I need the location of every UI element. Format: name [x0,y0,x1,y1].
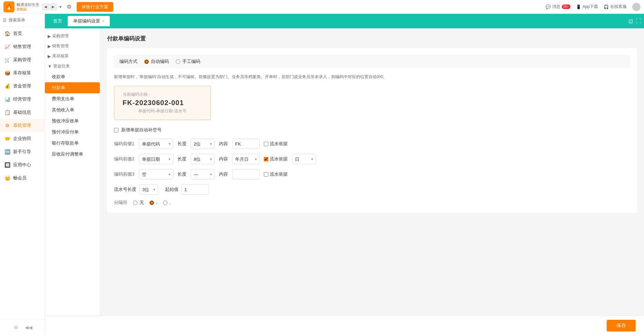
prefix1-serial-checkbox[interactable] [264,142,268,146]
sidebar-item-apps[interactable]: 🔲 应用中心 [0,158,45,171]
sub-nav-advance-pay[interactable]: 预付冲应付单 [45,127,100,138]
sub-group-purchase-arrow: ▶ [48,34,51,39]
save-button[interactable]: 保存 [607,320,636,332]
start-value-input[interactable] [181,184,209,195]
prefix3-content-input[interactable] [232,169,260,179]
manual-code-option[interactable]: 手工编码 [176,58,200,65]
prefix2-select[interactable]: 单据日期 部门 业务员 [139,154,173,164]
sub-nav-ar-adjust[interactable]: 应收应付调整单 [45,149,100,160]
prefix3-select-wrapper: 空 单据代码 部门 ▼ [139,169,173,179]
sub-nav-payment[interactable]: 付款单 [45,82,100,93]
prefix1-select[interactable]: 单据代码 部门 业务员 [139,139,173,149]
brand-text: 畅通道好生意 旗舰版 [17,2,39,11]
top-bar-left: 🔥 畅通道好生意 旗舰版 ◀ ▶ ▾ ⚙ 体验行业方案 [3,1,113,12]
sep-dash-option[interactable]: - [150,200,157,205]
preview-desc: 单据代码-单据日期-流水号 [123,108,202,114]
gear-button[interactable]: ⚙ [64,2,74,12]
page-title: 付款单编码设置 [107,35,637,43]
user-avatar[interactable] [632,3,641,11]
sidebar-item-collab[interactable]: 🤝 企业协同 [0,132,45,145]
online-service-item[interactable]: 🎧 在线客服 [604,4,627,10]
serial-length-select[interactable]: 3位 4位 5位 [139,184,158,195]
sidebar-item-business[interactable]: 📊 经营管理 [0,93,45,106]
sub-group-capital-arrow: ▼ [48,64,52,69]
phone-icon: 📱 [576,4,581,9]
tab-active[interactable]: 单据编码设置 × [68,16,110,26]
prefix2-length-label: 长度 [177,156,186,162]
member-icon: 👑 [4,175,10,181]
sidebar-bottom: ⚙ ◀◀ [0,319,45,335]
prefix3-length-label: 长度 [177,171,186,177]
sidebar-item-home[interactable]: 🏠 首页 [0,27,45,40]
sub-nav-receipt[interactable]: 收款单 [45,71,100,82]
sidebar-item-guide[interactable]: 🆕 新手引导 [0,145,45,158]
messages-item[interactable]: 💬 消息 99+ [546,4,570,10]
auto-fill-row: 新增单据自动补空号 [114,127,630,133]
auto-fill-checkbox[interactable] [114,128,118,132]
prefix2-content-wrapper: 年月日 年月 年 ▼ [232,154,260,164]
home-icon: 🏠 [4,30,10,37]
sub-group-purchase[interactable]: ▶ 采购管理 [45,31,100,41]
collapse-sidebar-btn[interactable]: ◀◀ [24,323,33,332]
messages-badge: 99+ [562,4,570,9]
trial-button[interactable]: 体验行业方案 [77,2,113,12]
sidebar: ☰ 搜索菜单 🏠 首页 📈 销售管理 🛒 采购管理 📦 库存核算 💰 资金管理 … [0,14,45,335]
sub-group-inventory-arrow: ▶ [48,54,51,59]
prefix2-row: 编码前缀2 单据日期 部门 业务员 ▼ 长度 6位 [114,154,630,164]
sidebar-item-sales[interactable]: 📈 销售管理 [0,40,45,53]
prefix2-content-select[interactable]: 年月日 年月 年 [232,154,260,164]
prefix1-content-input[interactable] [232,139,260,149]
sidebar-item-base[interactable]: 📋 基础信息 [0,106,45,119]
message-icon: 💬 [546,4,551,9]
finance-icon: 💰 [4,83,10,89]
top-bar: 🔥 畅通道好生意 旗舰版 ◀ ▶ ▾ ⚙ 体验行业方案 💬 消息 99+ 📱 A… [0,0,644,14]
guide-icon: 🆕 [4,149,10,155]
prefix3-serial-checkbox[interactable] [264,172,268,177]
prefix1-content-label: 内容 [219,141,228,147]
brand: 🔥 畅通道好生意 旗舰版 [3,1,39,12]
tab-fullscreen-icon[interactable]: ⛶ [636,18,641,25]
sep-none-option[interactable]: 无 [133,199,144,206]
headset-icon: 🎧 [604,4,609,9]
prefix3-content-label: 内容 [219,171,228,177]
auto-code-radio[interactable] [144,59,149,64]
sidebar-item-purchase[interactable]: 🛒 采购管理 [0,53,45,66]
sub-nav-advance-recv[interactable]: 预收冲应收单 [45,115,100,127]
nav-forward[interactable]: ▶ [50,3,57,10]
tab-close-icon[interactable]: × [102,19,104,23]
app-download-item[interactable]: 📱 App下载 [576,4,598,10]
sidebar-item-inventory[interactable]: 📦 库存核算 [0,66,45,80]
auto-code-option[interactable]: 自动编码 [144,58,169,65]
sep-dash-radio[interactable] [150,201,154,205]
sep-none-radio[interactable] [133,201,137,205]
tab-expand-icon[interactable]: ⊡ [628,18,633,25]
sub-group-inventory[interactable]: ▶ 库存核算 [45,51,100,61]
prefix3-length-wrapper: — ▼ [191,169,215,179]
main-content: 付款单编码设置 编码方式 自动编码 手工编码 [100,28,644,316]
sidebar-item-system[interactable]: ⚙ 系统管理 [0,119,45,132]
sub-nav-expense[interactable]: 费用支出单 [45,93,100,104]
sidebar-item-member[interactable]: 👑 畅会员 [0,171,45,185]
content-area: 首页 单据编码设置 × ⊡ ⛶ ▶ 采购管理 ▶ 销售管理 [45,14,644,335]
tab-home[interactable]: 首页 [48,16,68,26]
settings-bottom-btn[interactable]: ⚙ [11,323,21,332]
nav-back[interactable]: ◀ [42,3,49,10]
sidebar-item-finance[interactable]: 💰 资金管理 [0,80,45,93]
search-menu[interactable]: ☰ 搜索菜单 [0,14,45,27]
sub-group-capital[interactable]: ▼ 资金往来 [45,61,100,71]
sep-dot-radio[interactable] [163,201,167,205]
prefix3-length-select[interactable]: — [191,169,215,179]
start-value-item: 起始值 [165,184,209,195]
manual-code-radio[interactable] [176,59,180,64]
top-bar-controls: ◀ ▶ ▾ ⚙ 体验行业方案 [42,2,113,12]
prefix2-length-select[interactable]: 6位 8位 10位 [191,154,215,164]
prefix2-serial-unit-select[interactable]: 日 月 年 [292,154,316,164]
sep-dot-option[interactable]: . [163,200,171,205]
sub-nav-other-income[interactable]: 其他收入单 [45,104,100,115]
sub-group-sales[interactable]: ▶ 销售管理 [45,41,100,51]
prefix3-select[interactable]: 空 单据代码 部门 [139,169,173,179]
prefix1-length-select[interactable]: 2位 3位 4位 [191,139,215,149]
prefix2-serial-checkbox[interactable] [264,157,268,161]
sub-nav-bank[interactable]: 银行存取款单 [45,138,100,149]
nav-dropdown-icon[interactable]: ▾ [59,4,61,9]
